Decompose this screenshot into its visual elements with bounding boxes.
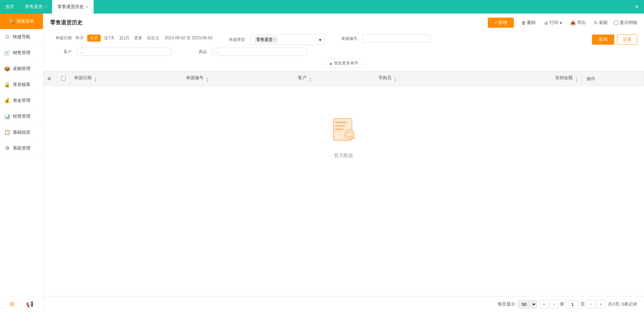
sidebar-item-inventory[interactable]: 🔒 库存核算 — [0, 77, 43, 93]
tab-home-label: 首页 — [5, 4, 14, 10]
delete-icon: 🗑 — [521, 20, 526, 25]
select-all-checkbox[interactable] — [61, 76, 66, 81]
svg-rect-2 — [335, 125, 345, 127]
home-icon: ⊙ — [4, 34, 10, 40]
query-button[interactable]: 查询 — [592, 35, 614, 45]
sidebar-item-finance-mgmt[interactable]: 💰 资金管理 — [0, 93, 43, 109]
tab-retail-return-close[interactable]: × — [45, 5, 47, 9]
content-area: 零售退货历史 + 新增 🗑 删除 🖨 打印 ▾ 📤 导出 — [43, 14, 644, 312]
customer-filter-group: 客户 — [50, 48, 172, 56]
collapse-button[interactable]: ▲ 收起更多条件 — [323, 59, 364, 68]
date-today[interactable]: 今天 — [87, 35, 101, 42]
cart-icon: 🛒 — [4, 50, 10, 56]
box-icon: 📦 — [4, 66, 10, 72]
th-guide-sort[interactable]: ▲▼ — [394, 77, 397, 83]
total-info: 共0页, 0条记录 — [608, 301, 637, 307]
th-actual-amount-sort[interactable]: ▲▼ — [575, 77, 578, 83]
header-actions: + 新增 🗑 删除 🖨 打印 ▾ 📤 导出 ↻ — [488, 18, 637, 28]
tab-home[interactable]: 首页 — [0, 0, 20, 14]
sidebar-item-purchase-mgmt[interactable]: 📦 采购管理 — [0, 61, 43, 77]
sidebar-item-sales-mgmt[interactable]: 🛒 销售管理 — [0, 45, 43, 61]
empty-state-row: 暂无数据 — [43, 86, 644, 186]
column-settings-icon[interactable]: ⚙ — [47, 76, 51, 81]
page-title-row: 零售退货历史 + 新增 🗑 删除 🖨 打印 ▾ 📤 导出 — [50, 18, 637, 28]
per-page-select[interactable]: 50 10 20 100 — [518, 300, 537, 309]
date-last7days[interactable]: 近7天 — [103, 35, 116, 42]
th-doc-number-sort[interactable]: ▲▼ — [206, 77, 209, 83]
th-guide: 导购员 ▲▼ — [374, 71, 470, 86]
prev-page-button[interactable]: ‹ — [550, 300, 558, 309]
export-icon: 📤 — [570, 20, 576, 25]
tab-retail-return-history[interactable]: 零售退货历史 × — [52, 0, 93, 14]
print-button[interactable]: 🖨 打印 ▾ — [542, 18, 564, 27]
top-bar: 首页 零售退货 × 零售退货历史 × × — [0, 0, 644, 14]
tab-retail-return[interactable]: 零售退货 × — [20, 0, 52, 14]
doc-number-filter-group: 单据编号 — [338, 35, 430, 43]
main-layout: 🔍 搜索菜单 ⊙ 快捷导航 🛒 销售管理 📦 采购管理 🔒 库存核算 💰 资金管… — [0, 14, 644, 312]
date-more[interactable]: 更多 — [133, 35, 144, 42]
show-detail-checkbox-label[interactable]: 显示明细 — [614, 20, 637, 26]
add-button[interactable]: + 新增 — [488, 18, 514, 28]
sidebar-search[interactable]: 🔍 搜索菜单 — [0, 14, 43, 29]
doc-number-input[interactable] — [363, 35, 430, 43]
type-select-chevron-icon: ▾ — [319, 38, 321, 42]
setting-button[interactable]: 设置 — [617, 35, 637, 45]
date-last1month[interactable]: 近1月 — [118, 35, 131, 42]
collapse-row: ▲ 收起更多条件 — [50, 59, 637, 68]
tab-retail-return-history-close[interactable]: × — [86, 5, 88, 9]
date-yesterday[interactable]: 昨天 — [74, 35, 85, 42]
th-customer: 客户 ▲▼ — [293, 71, 374, 86]
sidebar: 🔍 搜索菜单 ⊙ 快捷导航 🛒 销售管理 📦 采购管理 🔒 库存核算 💰 资金管… — [0, 14, 43, 312]
th-customer-sort[interactable]: ▲▼ — [309, 77, 312, 83]
th-doc-date-sort[interactable]: ▲▼ — [94, 77, 97, 83]
settings-bottom-icon[interactable]: ⚙ — [9, 300, 15, 308]
sidebar-item-system-mgmt[interactable]: ⚙ 系统管理 — [0, 140, 43, 156]
tab-retail-return-history-label: 零售退货历史 — [57, 4, 84, 10]
type-tag: 零售退货 × — [254, 36, 278, 43]
goods-filter-group: 商品 — [185, 48, 307, 56]
refresh-icon: ↻ — [594, 20, 598, 25]
th-actual-amount-label: 实销金额 — [555, 75, 573, 80]
table-settings-col[interactable]: ⚙ — [43, 71, 57, 86]
sidebar-bottom: ⚙ 📢 — [0, 296, 43, 312]
th-guide-label: 导购员 — [378, 75, 391, 80]
notification-icon[interactable]: 📢 — [26, 300, 33, 308]
type-tag-close[interactable]: × — [273, 38, 276, 42]
date-range-display: 2023-06-02 至 2023-06-02 — [165, 35, 212, 41]
pagination-bar: 每页显示 50 10 20 100 « ‹ 第 页 › » 共0页, 0条记录 — [43, 296, 644, 312]
refresh-button[interactable]: ↻ 刷新 — [592, 18, 610, 27]
doc-icon: 📋 — [4, 129, 10, 135]
window-close-button[interactable]: × — [629, 3, 644, 10]
th-operation: 操作 — [582, 71, 644, 86]
empty-state: 暂无数据 — [43, 86, 644, 186]
sidebar-item-quick-nav[interactable]: ⊙ 快捷导航 — [0, 29, 43, 45]
show-detail-checkbox[interactable] — [614, 21, 618, 25]
next-page-button[interactable]: › — [586, 300, 595, 309]
table-check-col[interactable] — [57, 71, 70, 86]
goods-label: 商品 — [185, 49, 207, 55]
th-customer-label: 客户 — [298, 75, 307, 80]
th-operation-label: 操作 — [587, 76, 595, 81]
empty-state-cell: 暂无数据 — [43, 86, 644, 186]
th-doc-number-label: 单据编号 — [186, 75, 204, 80]
sidebar-search-label: 搜索菜单 — [17, 18, 34, 24]
type-select[interactable]: 零售退货 × ▾ — [251, 35, 325, 45]
sidebar-item-basic-info[interactable]: 📋 基础信息 — [0, 125, 43, 140]
customer-input[interactable] — [77, 48, 172, 56]
print-icon: 🖨 — [544, 20, 548, 25]
sidebar-item-operation-mgmt[interactable]: 📊 经营管理 — [0, 109, 43, 125]
page-input[interactable] — [566, 300, 579, 308]
first-page-button[interactable]: « — [540, 300, 548, 309]
delete-button[interactable]: 🗑 删除 — [519, 18, 538, 27]
print-dropdown-icon: ▾ — [560, 20, 562, 25]
last-page-button[interactable]: » — [596, 300, 605, 309]
export-button[interactable]: 📤 导出 — [568, 18, 588, 27]
goods-input[interactable] — [212, 48, 307, 56]
date-filter-group: 单据日期 昨天 今天 近7天 近1月 更多 自定义 2023-06-02 至 2… — [50, 35, 213, 42]
type-filter-group: 单据类型 零售退货 × ▾ — [226, 35, 325, 45]
empty-text: 暂无数据 — [334, 153, 353, 159]
date-custom[interactable]: 自定义 — [146, 35, 161, 42]
collapse-label: 收起更多条件 — [334, 60, 358, 66]
svg-rect-3 — [335, 129, 343, 130]
page-label-pre: 第 — [560, 301, 564, 307]
